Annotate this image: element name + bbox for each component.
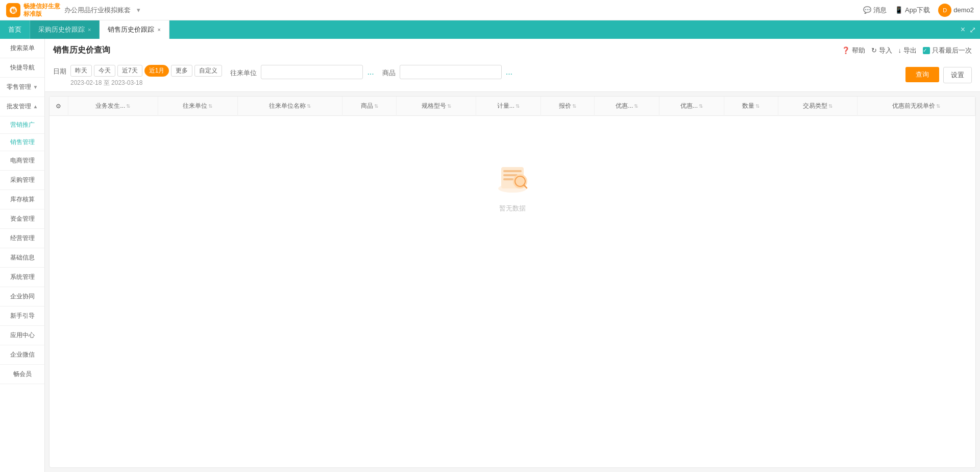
goods-input[interactable] (400, 65, 502, 79)
th-pre-tax-price[interactable]: 优惠前无税单价 ⇅ (857, 97, 975, 116)
goods-filter-group: 商品 ... (382, 65, 512, 79)
dropdown-icon[interactable]: ▾ (137, 6, 140, 14)
app-title: 办公用品行业模拟账套 (64, 6, 131, 15)
sidebar-item-inventory[interactable]: 库存核算 (0, 190, 44, 209)
sort-icon-discount1: ⇅ (634, 103, 638, 109)
sidebar-item-retail-mgmt[interactable]: 零售管理 ▼ (0, 78, 44, 97)
th-quantity[interactable]: 数量 ⇅ (724, 97, 778, 116)
th-gear[interactable]: ⚙ (50, 97, 68, 116)
page-header: 销售历史价查询 ❓ 帮助 ↻ 导入 ↓ 导出 ✓ (45, 39, 980, 92)
avatar: D (938, 4, 951, 17)
table-header-row: ⚙ 业务发生... ⇅ 往来单位 ⇅ (50, 97, 975, 116)
sidebar-item-marketing[interactable]: 营销推广 (0, 116, 44, 134)
logo-text: 畅捷信好生意 标准版 (23, 3, 60, 17)
sidebar: 搜索菜单 快捷导航 零售管理 ▼ 批发管理 ▲ 营销推广 销售管理 电商管理 采… (0, 39, 45, 472)
sidebar-item-finance[interactable]: 资金管理 (0, 209, 44, 229)
sort-icon-pre-tax-price: ⇅ (936, 103, 940, 109)
sort-icon-goods: ⇅ (374, 103, 378, 109)
date-options: 昨天 今天 近7天 近1月 更多 自定义 2023-02-18 至 2023-0… (70, 65, 222, 87)
date-today[interactable]: 今天 (94, 65, 115, 77)
sort-icon-unit: ⇅ (516, 103, 520, 109)
sidebar-item-wholesale-mgmt[interactable]: 批发管理 ▲ (0, 97, 44, 116)
page-actions: ❓ 帮助 ↻ 导入 ↓ 导出 ✓ 只看最后一次 (842, 46, 972, 55)
th-unit[interactable]: 计量... ⇅ (476, 97, 541, 116)
sort-icon-partner: ⇅ (208, 103, 212, 109)
th-discount2[interactable]: 优惠... ⇅ (659, 97, 724, 116)
tab-sales-history[interactable]: 销售历史价跟踪 × (100, 20, 169, 39)
retail-mgmt-label: 零售管理 (7, 83, 31, 91)
sort-icon-spec: ⇅ (447, 103, 451, 109)
th-goods[interactable]: 商品 ⇅ (342, 97, 397, 116)
svg-rect-5 (503, 174, 518, 176)
app-download-button[interactable]: 📱 App下载 (895, 6, 930, 15)
search-menu-label: 搜索菜单 (10, 44, 35, 53)
page-title: 销售历史价查询 (53, 45, 110, 56)
th-biz-date[interactable]: 业务发生... ⇅ (68, 97, 158, 116)
top-bar-right: 💬 消息 📱 App下载 D demo2 (863, 4, 974, 17)
logo-area: 畅 畅捷信好生意 标准版 (6, 3, 60, 17)
checkbox-icon: ✓ (923, 47, 930, 54)
th-partner-name[interactable]: 往来单位名称 ⇅ (237, 97, 342, 116)
table-body: 暂无数据 (50, 116, 975, 254)
th-trade-type[interactable]: 交易类型 ⇅ (778, 97, 857, 116)
sidebar-item-quick-nav[interactable]: 快捷导航 (0, 58, 44, 78)
th-spec[interactable]: 规格型号 ⇅ (397, 97, 476, 116)
goods-label: 商品 (382, 66, 396, 78)
svg-text:畅: 畅 (11, 8, 16, 13)
sidebar-item-member[interactable]: 畅会员 (0, 365, 44, 384)
tab-purchase-history[interactable]: 采购历史价跟踪 × (30, 20, 100, 39)
sidebar-item-sales-mgmt[interactable]: 销售管理 (0, 134, 44, 151)
message-button[interactable]: 💬 消息 (863, 6, 887, 15)
date-more[interactable]: 更多 (171, 65, 192, 77)
sidebar-item-purchase-mgmt[interactable]: 采购管理 (0, 171, 44, 190)
sort-icon-quantity: ⇅ (755, 103, 760, 109)
date-buttons: 昨天 今天 近7天 近1月 更多 自定义 (70, 65, 222, 77)
import-button[interactable]: ↻ 导入 (871, 46, 892, 55)
wholesale-mgmt-label: 批发管理 (7, 102, 31, 111)
sidebar-item-new-guide[interactable]: 新手引导 (0, 306, 44, 326)
date-label: 日期 (53, 65, 66, 76)
goods-dots[interactable]: ... (506, 67, 512, 77)
user-menu[interactable]: D demo2 (938, 4, 974, 17)
retail-arrow-icon: ▼ (33, 84, 38, 90)
tab-home[interactable]: 首页 (0, 20, 30, 39)
help-button[interactable]: ❓ 帮助 (842, 46, 865, 55)
tab-bar-actions: × ⤢ (961, 20, 980, 39)
th-partner[interactable]: 往来单位 ⇅ (158, 97, 238, 116)
tab-expand-icon[interactable]: ⤢ (969, 25, 976, 35)
tab-close-all-icon[interactable]: × (961, 25, 965, 34)
th-quote[interactable]: 报价 ⇅ (541, 97, 595, 116)
date-yesterday[interactable]: 昨天 (70, 65, 92, 77)
export-button[interactable]: ↓ 导出 (898, 46, 917, 55)
empty-row: 暂无数据 (50, 116, 975, 254)
tab-close-purchase[interactable]: × (88, 27, 91, 33)
sidebar-item-basic-info[interactable]: 基础信息 (0, 248, 44, 268)
empty-text: 暂无数据 (499, 204, 526, 213)
date-custom[interactable]: 自定义 (194, 65, 222, 77)
top-bar-left: 畅 畅捷信好生意 标准版 办公用品行业模拟账套 ▾ (6, 3, 140, 17)
sidebar-item-ecommerce[interactable]: 电商管理 (0, 151, 44, 171)
main-layout: 搜索菜单 快捷导航 零售管理 ▼ 批发管理 ▲ 营销推广 销售管理 电商管理 采… (0, 39, 980, 472)
sidebar-item-app-center[interactable]: 应用中心 (0, 326, 44, 345)
partner-dots[interactable]: ... (367, 67, 374, 77)
date-1month[interactable]: 近1月 (144, 65, 169, 77)
partner-input[interactable] (261, 65, 363, 79)
date-7days[interactable]: 近7天 (117, 65, 142, 77)
empty-state: 暂无数据 (50, 116, 975, 254)
tab-close-sales[interactable]: × (157, 27, 160, 33)
sidebar-item-enterprise-coop[interactable]: 企业协同 (0, 287, 44, 306)
th-discount1[interactable]: 优惠... ⇅ (595, 97, 659, 116)
sidebar-item-system-mgmt[interactable]: 系统管理 (0, 268, 44, 287)
sort-icon-partner-name: ⇅ (307, 103, 311, 109)
data-table: ⚙ 业务发生... ⇅ 往来单位 ⇅ (50, 97, 975, 254)
import-icon: ↻ (871, 46, 877, 54)
export-icon: ↓ (898, 46, 902, 54)
sidebar-item-enterprise-wechat[interactable]: 企业微信 (0, 345, 44, 365)
settings-button[interactable]: 设置 (943, 67, 972, 83)
content-area: 销售历史价查询 ❓ 帮助 ↻ 导入 ↓ 导出 ✓ (45, 39, 980, 472)
query-button[interactable]: 查询 (905, 67, 939, 82)
only-last-toggle[interactable]: ✓ 只看最后一次 (923, 46, 972, 55)
sidebar-item-search-menu[interactable]: 搜索菜单 (0, 39, 44, 58)
sidebar-item-operations[interactable]: 经营管理 (0, 229, 44, 248)
help-icon: ❓ (842, 46, 850, 54)
